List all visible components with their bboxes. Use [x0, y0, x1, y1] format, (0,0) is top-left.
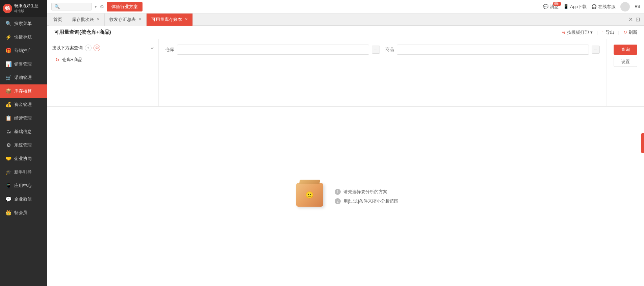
customer-service-label: 在线客服 — [598, 4, 616, 10]
sidebar-item-shortcut[interactable]: ⚡快捷导航 — [0, 30, 47, 44]
sidebar-label-marketing: 营销推广 — [14, 48, 32, 54]
warehouse-more-button[interactable]: ··· — [372, 46, 380, 54]
sidebar-label-wechat: 企业微信 — [14, 196, 32, 202]
refresh-label: 刷新 — [628, 29, 637, 35]
product-field: 商品 ··· — [385, 45, 600, 55]
warehouse-label: 仓库 — [165, 47, 174, 53]
customer-service-button[interactable]: 🎧 在线客服 — [591, 4, 616, 10]
search-icon: 🔍 — [54, 4, 60, 9]
app-download-button[interactable]: 📱 App下载 — [563, 4, 587, 10]
brand-badge: 标准版 — [14, 9, 38, 14]
tip-number-2: 2 — [335, 198, 341, 204]
sidebar-label-coop: 企业协同 — [14, 156, 32, 162]
sidebar-icon-sales: 📊 — [5, 61, 11, 67]
sidebar-scroll: 🔍搜索菜单⚡快捷导航🎁营销推广📊销售管理🛒采购管理📦库存核算💰资金管理📋经营管理… — [0, 17, 47, 286]
tab-close-stock-summary[interactable]: ✕ — [138, 17, 141, 22]
print-template-button[interactable]: 🖨 按模板打印 ▾ — [561, 29, 593, 35]
tab-stock-summary[interactable]: 收发存汇总表✕ — [105, 14, 147, 26]
export-button[interactable]: ↑ 导出 — [602, 29, 614, 35]
warehouse-input[interactable] — [177, 45, 369, 55]
sidebar-item-coop[interactable]: 🤝企业协同 — [0, 152, 47, 165]
tab-close-available-stock[interactable]: ✕ — [185, 17, 188, 22]
page-header-actions: 🖨 按模板打印 ▾ | ↑ 导出 | ↻ 刷新 — [561, 29, 637, 35]
app-icon: 📱 — [563, 4, 569, 9]
right-scrollbar-strip[interactable] — [641, 133, 644, 153]
sidebar-item-operation[interactable]: 📋经营管理 — [0, 111, 47, 125]
tab-label-batch-account: 库存批次账 — [72, 17, 94, 23]
brand-name: 畅康通好生意 — [14, 3, 38, 9]
sidebar-item-finance[interactable]: 💰资金管理 — [0, 98, 47, 111]
refresh-button[interactable]: ↻ 刷新 — [623, 29, 637, 35]
sidebar-label-newbie: 新手引导 — [14, 169, 32, 175]
tip-item-2: 2 用[过滤]条件来缩小分析范围 — [335, 198, 398, 204]
setting-button[interactable]: 设置 — [614, 57, 637, 67]
topbar-right: 💬 消息 99+ 📱 App下载 🎧 在线客服 Rit — [543, 2, 640, 11]
sidebar-item-basic[interactable]: 🗂基础信息 — [0, 125, 47, 138]
sidebar-item-newbie[interactable]: 🎓新手引导 — [0, 165, 47, 179]
empty-box-icon: 😐 — [296, 183, 323, 207]
empty-illustration: 😐 — [293, 180, 327, 213]
brand-icon: 畅 — [3, 4, 12, 13]
collapse-icon[interactable]: « — [151, 45, 154, 51]
settings-scheme-button[interactable]: ⚙ — [94, 45, 100, 51]
content-area: 可用量查询(按仓库+商品) 🖨 按模板打印 ▾ | ↑ 导出 | ↻ 刷新 — [47, 26, 644, 286]
sidebar-label-appstore: 应用中心 — [14, 183, 32, 189]
tab-expand-button[interactable]: ⊡ — [636, 16, 640, 23]
gear-icon[interactable]: ⚙ — [100, 4, 104, 10]
scheme-item-warehouse-product[interactable]: ↻ 仓库+商品 — [47, 54, 158, 66]
query-scheme-panel: 按以下方案查询 + ⚙ « ↻ 仓库+商品 — [47, 39, 159, 106]
sidebar-label-member: 畅会员 — [14, 210, 27, 216]
sidebar-item-purchase[interactable]: 🛒采购管理 — [0, 71, 47, 84]
sidebar-header: 畅 畅康通好生意 标准版 — [0, 0, 47, 17]
scheme-icon: ↻ — [55, 57, 59, 62]
sidebar-item-search[interactable]: 🔍搜索菜单 — [0, 17, 47, 30]
add-scheme-button[interactable]: + — [85, 45, 92, 51]
tab-available-stock[interactable]: 可用量库存账本✕ — [147, 14, 193, 26]
sidebar-icon-member: 👑 — [5, 210, 11, 216]
tip-number-1: 1 — [335, 189, 341, 195]
sidebar-label-operation: 经营管理 — [14, 115, 32, 121]
tab-batch-account[interactable]: 库存批次账✕ — [67, 14, 105, 26]
sidebar-item-wechat[interactable]: 💬企业微信 — [0, 192, 47, 206]
tip-text-2: 用[过滤]条件来缩小分析范围 — [343, 198, 398, 204]
product-input[interactable] — [397, 45, 589, 55]
tab-close-batch-account[interactable]: ✕ — [97, 17, 100, 22]
search-input[interactable] — [61, 4, 88, 9]
sidebar-icon-finance: 💰 — [5, 102, 11, 108]
tab-close-button[interactable]: ✕ — [628, 16, 633, 23]
tab-label-stock-summary: 收发存汇总表 — [109, 17, 136, 23]
topbar-search-box[interactable]: 🔍 — [51, 3, 92, 10]
divider: | — [597, 30, 598, 35]
tip-text-1: 请先选择要分析的方案 — [343, 189, 387, 195]
tab-home[interactable]: 首页 — [49, 14, 67, 26]
product-label: 商品 — [385, 47, 394, 53]
sidebar-label-finance: 资金管理 — [14, 102, 32, 108]
headset-icon: 🎧 — [591, 4, 597, 9]
tab-label-available-stock: 可用量库存账本 — [151, 17, 182, 23]
sidebar-item-member[interactable]: 👑畅会员 — [0, 206, 47, 219]
trial-button[interactable]: 体验行业方案 — [107, 2, 143, 11]
export-label: 导出 — [606, 29, 614, 35]
sidebar-item-system[interactable]: ⚙系统管理 — [0, 138, 47, 152]
sidebar-item-appstore[interactable]: 📱应用中心 — [0, 179, 47, 192]
chevron-down-icon[interactable]: ▾ — [95, 4, 97, 9]
query-button[interactable]: 查询 — [614, 45, 637, 55]
sidebar-label-sales: 销售管理 — [14, 61, 32, 67]
scheme-label: 仓库+商品 — [62, 57, 82, 63]
tabs-bar: 首页库存批次账✕收发存汇总表✕可用量库存账本✕ ✕ ⊡ — [47, 14, 644, 26]
product-more-button[interactable]: ··· — [592, 46, 600, 54]
tabs-window-controls: ✕ ⊡ — [628, 16, 643, 23]
sidebar-icon-purchase: 🛒 — [5, 75, 11, 81]
page-title: 可用量查询(按仓库+商品) — [54, 29, 111, 35]
avatar[interactable] — [620, 2, 630, 11]
sidebar-icon-wechat: 💬 — [5, 196, 11, 202]
sidebar-item-marketing[interactable]: 🎁营销推广 — [0, 44, 47, 57]
warehouse-field: 仓库 ··· — [165, 45, 380, 55]
username[interactable]: Rit — [635, 4, 640, 9]
query-fields-row: 仓库 ··· 商品 ··· — [165, 45, 600, 55]
message-button[interactable]: 💬 消息 99+ — [543, 4, 559, 10]
sidebar-item-sales[interactable]: 📊销售管理 — [0, 57, 47, 71]
empty-state: 😐 1 请先选择要分析的方案 2 用[过滤]条件来缩小分析范围 — [47, 107, 644, 286]
sidebar-item-inventory[interactable]: 📦库存核算 — [0, 84, 47, 98]
message-icon: 💬 — [543, 4, 548, 9]
